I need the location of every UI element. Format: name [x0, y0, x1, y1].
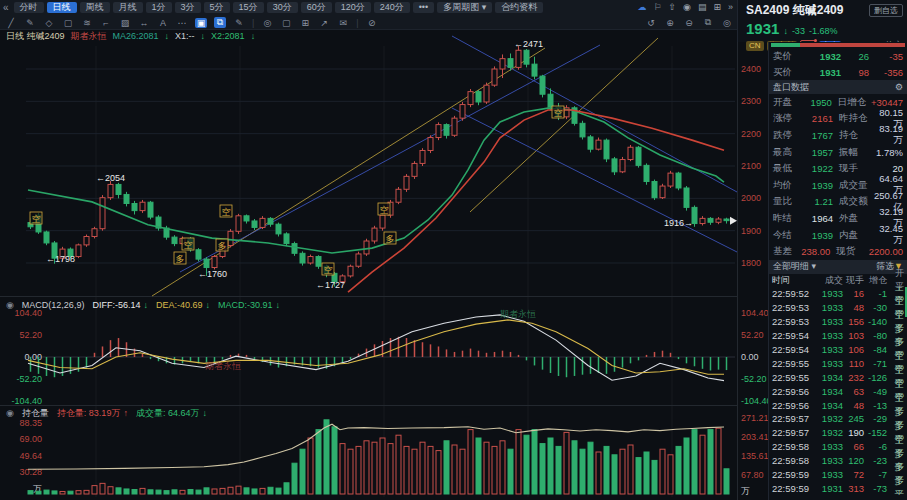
wave-tool-icon[interactable]: ≋	[81, 18, 93, 28]
quote-row: 跌停1767持仓83.19万	[769, 127, 907, 144]
tab-日线[interactable]: 日线	[47, 2, 77, 13]
tab-多周期图 ▾[interactable]: 多周期图 ▾	[437, 2, 492, 13]
gann-tool-icon[interactable]: ⌐	[100, 18, 112, 28]
cn-badge: CN	[746, 41, 764, 51]
collapse-panel-icon[interactable]: »	[728, 2, 733, 12]
tab-30分[interactable]: 30分	[267, 2, 298, 13]
svg-text:67.80: 67.80	[741, 470, 764, 480]
quote-row: 最高1957振幅1.78%	[769, 144, 907, 161]
svg-text:1800: 1800	[741, 258, 761, 268]
edit-tool-icon[interactable]: ✎	[233, 18, 245, 28]
tab-合约资料[interactable]: 合约资料	[495, 2, 543, 13]
target-icon[interactable]: ◎	[721, 18, 733, 28]
ask-row[interactable]: 卖价 193226-35	[769, 48, 907, 64]
last-price: 1931	[746, 20, 779, 37]
ma26-label: MA26:2081	[113, 31, 159, 41]
svg-text:空: 空	[32, 214, 41, 224]
tab-月线[interactable]: 月线	[113, 2, 143, 13]
svg-text:空: 空	[380, 205, 389, 215]
rect-tool-icon[interactable]: ▢	[62, 18, 74, 28]
upload-icon[interactable]: ⇧	[669, 2, 677, 12]
open-interest-value: 持仓量: 83.19万	[57, 407, 121, 420]
svg-text:52.20: 52.20	[19, 330, 42, 340]
bell-icon[interactable]: ⚐	[653, 2, 661, 12]
share-icon[interactable]: ↗	[318, 18, 330, 28]
snapshot-icon[interactable]: ▢	[280, 18, 292, 28]
down-arrow-icon: ↓	[201, 31, 206, 41]
bid-row[interactable]: 买价 193198-356	[769, 64, 907, 80]
grid-layout-icon[interactable]: ⊞	[713, 2, 721, 12]
svg-text:135.61: 135.61	[741, 451, 769, 461]
svg-text:2400: 2400	[741, 64, 761, 74]
copy-window-icon[interactable]: ⧉	[702, 17, 714, 28]
camera-icon[interactable]: ◉	[683, 2, 691, 12]
tab-1分[interactable]: 1分	[146, 2, 172, 13]
grid-icon[interactable]: ⊞	[299, 18, 311, 28]
svg-text:2000: 2000	[741, 193, 761, 203]
svg-text:2200: 2200	[741, 129, 761, 139]
macd-value: MACD:-30.91	[218, 300, 273, 310]
undo-icon[interactable]: ↺	[645, 18, 657, 28]
tick-col-0[interactable]: 时间	[772, 274, 816, 287]
tick-col-3[interactable]: 增仓	[864, 274, 887, 287]
detail-dropdown[interactable]: 全部明细 ▾	[773, 260, 816, 273]
period-label: 日线 纯碱2409	[6, 30, 65, 43]
measure-tool-icon[interactable]: ↔	[138, 18, 150, 28]
zoom-out-icon[interactable]: ⊖	[683, 18, 695, 28]
down-arrow-icon: ↓	[202, 408, 207, 418]
pattern-tool-icon[interactable]: ▨	[119, 18, 131, 28]
tab-240分[interactable]: 240分	[374, 2, 410, 13]
down-arrow-icon: ↓	[251, 31, 256, 41]
quote-grid: 开盘1950日增仓+30447涨停2161昨持仓80.15万跌停1767持仓83…	[769, 94, 907, 260]
svg-text:-52.20: -52.20	[16, 374, 42, 384]
tab-120分[interactable]: 120分	[335, 2, 371, 13]
price-change-pct: -1.68%	[809, 26, 838, 36]
x2-label: X2:2081	[211, 31, 245, 41]
macd-title[interactable]: MACD(12,26,9)	[22, 300, 85, 310]
down-arrow-icon: ↓	[205, 300, 210, 310]
tab-周线[interactable]: 周线	[80, 2, 110, 13]
svg-text:0.00: 0.00	[24, 352, 42, 362]
collapse-left-icon[interactable]: «	[3, 2, 9, 13]
tab-60分[interactable]: 60分	[301, 2, 332, 13]
trendline-tool-icon[interactable]: ╱	[5, 18, 17, 28]
volume-settings-icon[interactable]: ◉	[6, 408, 14, 418]
comment-icon[interactable]: ✉	[337, 18, 349, 28]
tab-分时[interactable]: 分时	[14, 2, 44, 13]
pencil-tool-icon[interactable]: ✎	[24, 18, 36, 28]
sep: |	[356, 18, 358, 28]
tab-3分[interactable]: 3分	[175, 2, 201, 13]
brush-tool-icon[interactable]: ▣	[195, 18, 207, 28]
volume-panel-title[interactable]: 持仓量	[22, 407, 49, 420]
tick-col-2[interactable]: 现手	[843, 274, 864, 287]
trading-terminal-window: 2400230022002100200019001800104.40104.40…	[0, 0, 907, 500]
drawing-toolbar-right: ↺⊕⊖⧉◎	[640, 15, 733, 30]
svg-text:-104.40: -104.40	[741, 396, 772, 406]
tick-col-1[interactable]: 成交	[816, 274, 843, 287]
tick-row[interactable]: 22:59:591931313-73多平	[769, 481, 907, 495]
top-toolbar: « 分时日线周线月线1分3分5分15分30分60分120分240分•••多周期图…	[0, 0, 737, 30]
sep: |	[252, 18, 254, 28]
svg-text:-52.20: -52.20	[741, 374, 767, 384]
tab-•••[interactable]: •••	[413, 2, 434, 13]
clone-tool-icon[interactable]: ⧉	[214, 17, 226, 28]
drawing-toolbar: ╱✎◇▢≋⌐▨↔A⋯▣⧉✎|◎▢⊞↗✉|⊘	[0, 15, 737, 30]
dea-value: DEA:-40.69	[156, 300, 203, 310]
layers-icon[interactable]: ▤	[698, 2, 707, 12]
watchlist-button[interactable]: 删自选	[869, 4, 903, 17]
clear-drawings-icon[interactable]: ⊘	[366, 18, 378, 28]
more-tools-icon[interactable]: ⋯	[176, 18, 188, 28]
tab-5分[interactable]: 5分	[204, 2, 230, 13]
zoom-in-icon[interactable]: ⊕	[664, 18, 676, 28]
svg-text:万: 万	[741, 486, 750, 496]
cloud-sync-icon[interactable]: ☁	[637, 2, 646, 12]
svg-text:69.00: 69.00	[19, 434, 42, 444]
tick-table[interactable]: 22:59:52193316-1空平22:59:53193348-30空平22:…	[769, 287, 907, 495]
tab-15分[interactable]: 15分	[233, 2, 264, 13]
macd-settings-icon[interactable]: ◉	[6, 300, 14, 310]
svg-text:多: 多	[176, 254, 185, 264]
shape-tool-icon[interactable]: ◇	[43, 18, 55, 28]
text-tool-icon[interactable]: A	[157, 18, 169, 28]
eye-icon[interactable]: ◎	[261, 18, 273, 28]
gear-icon[interactable]: ⚙	[895, 82, 903, 92]
